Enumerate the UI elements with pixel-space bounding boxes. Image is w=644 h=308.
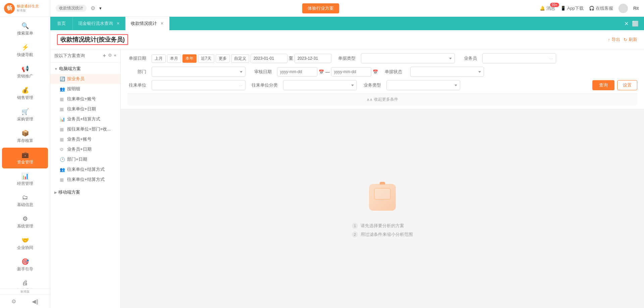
scheme-item-salesperson[interactable]: 🔄 按业务员	[50, 74, 120, 84]
page-title-area: 收款情况统计(按业务员)	[57, 34, 128, 45]
top-bar-right: 🔔 消息 99+ 📱 App下载 🎧 在线客服 Rit	[540, 4, 639, 13]
date-btn-more[interactable]: 更多	[216, 54, 230, 63]
counterpart-select[interactable]: ···	[152, 80, 246, 90]
sidebar-item-快捷导航[interactable]: ⚡ 快捷导航	[2, 40, 48, 61]
tab-receipt-stats-close[interactable]: ✕	[160, 21, 164, 26]
filter-row-2: 部门 审核日期 📅 — 📅	[127, 67, 637, 77]
unit-dept-icon: ▦	[60, 127, 65, 132]
sidebar-item-库存核算[interactable]: 📦 库存核算	[2, 126, 48, 147]
user-avatar[interactable]	[619, 4, 628, 13]
scheme-item-unit-date[interactable]: ▦ 往来单位+日期	[50, 104, 120, 114]
mobile-group-arrow: ▶	[54, 191, 57, 194]
sidebar-item-营销推广[interactable]: 📢 营销推广	[2, 62, 48, 83]
tab-home[interactable]: 首页	[50, 17, 73, 30]
scheme-item-salesperson-account[interactable]: ▦ 业务员+账号	[50, 134, 120, 144]
dept-chevron	[240, 71, 243, 73]
scheme-header: 按以下方案查询 + ⚙ «	[50, 49, 120, 62]
refresh-button[interactable]: ↻ 刷新	[624, 37, 637, 43]
settings-footer-icon[interactable]: ⚙	[11, 298, 16, 305]
scheme-item-detail[interactable]: 👥 按明细	[50, 84, 120, 94]
collapse-label: 收起更多条件	[374, 97, 398, 102]
export-button[interactable]: ↑ 导出	[608, 37, 621, 43]
tab-bank-flow-close[interactable]: ✕	[116, 21, 120, 26]
scheme-item-unit-settle2[interactable]: ▦ 往来单位+结算方式	[50, 174, 120, 185]
scheme-item-unit-settle1[interactable]: 👥 往来单位+结算方式	[50, 164, 120, 174]
date-btn-custom[interactable]: 自定义	[231, 54, 249, 63]
top-bar-center: 体验行业方案	[302, 3, 339, 13]
sidebar-item-经营管理[interactable]: 📊 经营管理	[2, 169, 48, 190]
doc-type-select[interactable]	[361, 53, 455, 63]
sidebar-label-1: 快捷导航	[17, 52, 33, 58]
empty-illustration	[362, 177, 402, 217]
date-btn-7days[interactable]: 近7天	[198, 54, 214, 63]
dropdown-arrow-icon[interactable]: ▾	[99, 6, 102, 11]
sidebar-item-采购管理[interactable]: 🛒 采购管理	[2, 105, 48, 125]
sidebar-label-9: 系统管理	[17, 223, 33, 229]
sidebar-item-系统管理[interactable]: ⚙ 系统管理	[2, 212, 48, 233]
setting-button[interactable]: 设置	[617, 80, 637, 90]
calendar-icon-left: 📅	[319, 69, 324, 74]
doc-status-select[interactable]	[410, 67, 484, 77]
date-from-input[interactable]	[251, 54, 287, 63]
notification-group[interactable]: 🔔 消息 99+	[540, 5, 555, 11]
dept-select[interactable]	[152, 67, 246, 77]
date-btn-prev-month[interactable]: 上月	[152, 54, 166, 63]
scheme-item-salesperson-label: 按业务员	[67, 76, 85, 82]
scheme-item-unit-dept-label: 按往来单位+部门+收...	[67, 126, 111, 132]
sidebar-item-资金管理[interactable]: 💼 资金管理	[2, 148, 48, 168]
notification-badge: 99+	[550, 3, 559, 7]
close-window-icon[interactable]: ✕	[624, 20, 629, 27]
sidebar-icon-3: 💰	[21, 87, 29, 94]
sidebar-item-搜索菜单[interactable]: 🔍 搜索菜单	[2, 19, 48, 40]
scheme-item-unit-account[interactable]: ▦ 往来单位+账号	[50, 94, 120, 104]
sidebar-item-企业协同[interactable]: 🤝 企业协同	[2, 233, 48, 254]
sidebar-item-智能硬件[interactable]: 🖨 智能硬件	[2, 276, 48, 289]
counterpart-dots[interactable]: ···	[239, 83, 243, 88]
scheme-item-detail-label: 按明细	[67, 86, 80, 92]
user-name[interactable]: Rit	[633, 6, 639, 11]
app-download-group[interactable]: 📱 App下载	[560, 5, 584, 11]
sidebar-label-0: 搜索菜单	[17, 31, 33, 36]
top-bar-left: 收款情况统计 ⚙ ▾	[56, 5, 102, 12]
maximize-window-icon[interactable]: ⬜	[632, 20, 639, 27]
desktop-group-title[interactable]: ▼ 电脑端方案	[50, 64, 120, 74]
customer-service-label: 在线客服	[596, 5, 613, 11]
top-gear-icon[interactable]: ⚙	[91, 5, 95, 11]
scheme-item-unit-dept[interactable]: ▦ 按往来单位+部门+收...	[50, 124, 120, 134]
tab-bar: 首页 现金银行流水查询 ✕ 收款情况统计 ✕ ✕ ⬜	[50, 17, 644, 30]
date-to-input[interactable]	[294, 54, 331, 63]
scheme-item-dept-date[interactable]: 🕐 部门+日期	[50, 154, 120, 164]
query-button[interactable]: 查询	[592, 80, 614, 90]
review-from-input[interactable]	[277, 67, 317, 76]
data-area: 1 请先选择要分析的方案 2 用过滤条件来缩小分析范围	[121, 109, 644, 308]
scheme-item-salesperson-date[interactable]: ⚙ 业务员+日期	[50, 144, 120, 154]
salesperson-dots[interactable]: ···	[549, 56, 553, 61]
salesperson-settle-icon: 📊	[60, 117, 65, 122]
sidebar-item-新手引导[interactable]: 🎯 新手引导	[2, 255, 48, 275]
sidebar-icon-11: 🎯	[21, 258, 29, 265]
review-to-input[interactable]	[331, 67, 371, 76]
collapse-sidebar-icon[interactable]: ◀‖	[32, 298, 39, 305]
tab-bank-flow[interactable]: 现金银行流水查询 ✕	[73, 17, 125, 30]
trial-button[interactable]: 体验行业方案	[302, 3, 339, 13]
counterpart-label: 往来单位	[127, 82, 146, 88]
counterpart-cat-select[interactable]	[283, 80, 357, 90]
sidebar-item-销售管理[interactable]: 💰 销售管理	[2, 83, 48, 104]
scheme-actions: + ⚙ «	[103, 53, 116, 59]
date-btn-curr-year[interactable]: 本年	[182, 54, 197, 63]
collapse-bar[interactable]: ∧∧ 收起更多条件	[127, 94, 637, 105]
scheme-settings-icon[interactable]: ⚙	[108, 53, 112, 59]
date-btn-curr-month[interactable]: 本月	[167, 54, 181, 63]
scheme-item-salesperson-settle[interactable]: 📊 业务员+结算方式	[50, 114, 120, 124]
sidebar-item-基础信息[interactable]: 🗂 基础信息	[2, 191, 48, 211]
sidebar-icon-2: 📢	[21, 65, 29, 72]
biz-type-select[interactable]	[386, 80, 460, 90]
customer-service-group[interactable]: 🎧 在线客服	[589, 5, 613, 11]
salesperson-label: 业务员	[460, 55, 477, 61]
robot-screen	[374, 188, 391, 200]
salesperson-select[interactable]: ···	[482, 53, 556, 63]
mobile-group-title[interactable]: ▶ 移动端方案	[50, 187, 120, 197]
tab-receipt-stats[interactable]: 收款情况统计 ✕	[125, 17, 169, 30]
scheme-add-icon[interactable]: +	[103, 53, 106, 59]
scheme-collapse-icon[interactable]: «	[114, 53, 116, 59]
